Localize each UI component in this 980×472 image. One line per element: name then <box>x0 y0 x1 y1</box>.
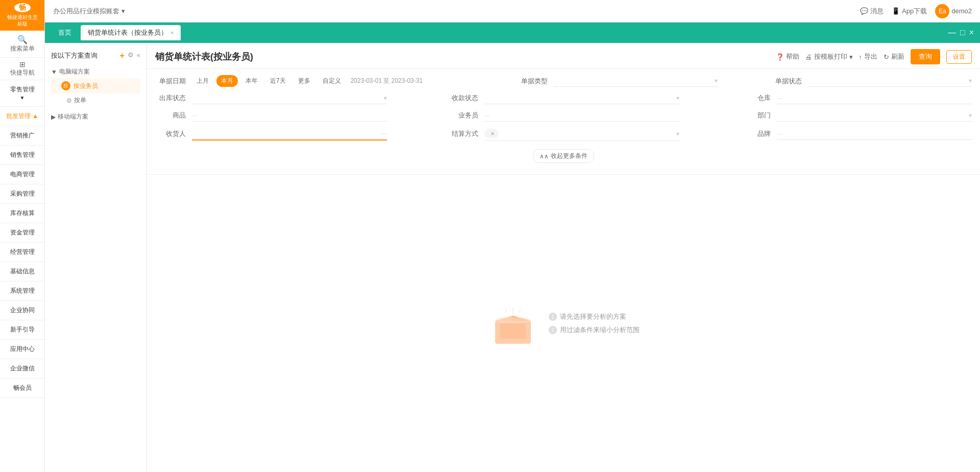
export-label: 导出 <box>864 52 877 61</box>
tab-close-icon[interactable]: × <box>170 30 174 36</box>
department-chevron: ▾ <box>969 112 972 119</box>
right-content: 销货单统计表(按业务员) ❓ 帮助 🖨 按模板打印 ▾ ↑ 导出 <box>147 43 980 472</box>
sidebar-item-system[interactable]: 系统管理 <box>0 281 44 301</box>
department-label: 部门 <box>740 111 771 120</box>
desktop-scheme-header[interactable]: ▼ 电脑端方案 <box>51 65 140 78</box>
empty-text-container: 1 请先选择要分析的方案 2 用过滤条件来缩小分析范围 <box>549 312 640 335</box>
refresh-label: 刷新 <box>891 52 904 61</box>
app-download-label: App下载 <box>902 7 927 16</box>
filter-row-3: 商品 ··· 业务员 ··· 部门 ▾ <box>155 109 972 122</box>
desktop-section: ▼ 电脑端方案 按 按业务员 ⚙ 按单 <box>45 63 146 109</box>
scheme-sub-item-order[interactable]: ⚙ 按单 <box>51 93 140 107</box>
help-button[interactable]: ❓ 帮助 <box>776 52 799 61</box>
maximize-icon[interactable]: □ <box>960 28 965 37</box>
sidebar-item-purchase[interactable]: 采购管理 <box>0 184 44 204</box>
sidebar-item-sales[interactable]: 销售管理 <box>0 146 44 165</box>
logo-icon: 畅 <box>14 3 31 12</box>
settings-button[interactable]: 设置 <box>946 50 972 64</box>
date-last7[interactable]: 近7天 <box>265 75 290 87</box>
consignee-input-field[interactable] <box>192 130 381 137</box>
department-select[interactable]: ▾ <box>777 110 972 122</box>
export-icon: ↑ <box>859 53 863 61</box>
hint-text-1: 请先选择要分析的方案 <box>560 312 626 321</box>
window-controls: — □ × <box>948 28 974 37</box>
svg-line-7 <box>519 309 521 313</box>
date-last-month[interactable]: 上月 <box>192 75 213 87</box>
refresh-icon: ↻ <box>884 53 889 61</box>
sidebar-item-basic[interactable]: 基础信息 <box>0 262 44 281</box>
print-icon: 🖨 <box>805 53 812 61</box>
settings-scheme-icon[interactable]: ⚙ <box>128 51 134 60</box>
sidebar-item-enterprise[interactable]: 企业协同 <box>0 301 44 320</box>
app-download-button[interactable]: 📱 App下载 <box>892 7 927 16</box>
mobile-section[interactable]: ▶ 移动端方案 <box>45 109 146 124</box>
message-icon: 💬 <box>860 7 868 15</box>
brand-select[interactable]: ··· <box>777 128 972 140</box>
filter-row-4: 收货人 ··· 结算方式 × ▾ 品牌 <box>155 127 972 141</box>
warehouse-select[interactable]: ··· <box>777 92 972 104</box>
top-header: 办公用品行业模拟账套 ▾ 💬 消息 📱 App下载 Ea demo2 <box>45 0 980 22</box>
sidebar-item-finance[interactable]: 资金管理 <box>0 223 44 243</box>
scheme-item-salesman[interactable]: 按 按业务员 <box>51 78 140 93</box>
collapse-row: ∧∧ 收起更多条件 <box>155 146 972 168</box>
add-scheme-icon[interactable]: + <box>119 51 124 60</box>
consignee-input[interactable]: ··· <box>192 127 387 140</box>
payment-status-select[interactable]: ▾ <box>484 92 679 104</box>
consignee-label: 收货人 <box>155 129 186 138</box>
sidebar-item-ecommerce[interactable]: 电商管理 <box>0 165 44 184</box>
sidebar-search[interactable]: 🔍 搜索菜单 <box>0 31 44 58</box>
date-this-year[interactable]: 本年 <box>241 75 262 87</box>
collapse-button[interactable]: ∧∧ 收起更多条件 <box>533 149 594 163</box>
user-profile[interactable]: Ea demo2 <box>935 4 972 18</box>
date-custom[interactable]: 自定义 <box>318 75 346 87</box>
product-select[interactable]: ··· <box>192 109 387 122</box>
download-icon: 📱 <box>892 7 900 15</box>
type-select[interactable]: ▾ <box>554 75 718 87</box>
date-this-month[interactable]: 本月 <box>216 75 238 87</box>
salesman-select[interactable]: ··· <box>484 109 679 122</box>
collapse-panel-icon[interactable]: « <box>137 51 140 60</box>
minimize-icon[interactable]: — <box>948 28 956 37</box>
query-button[interactable]: 查询 <box>911 49 940 64</box>
payment-status-chevron: ▾ <box>676 95 679 102</box>
sidebar-item-retail[interactable]: 零售管理 ▼ <box>0 80 44 107</box>
out-status-chevron: ▾ <box>384 95 387 102</box>
brand-label: 品牌 <box>740 129 771 138</box>
salesman-dots: ··· <box>484 111 490 119</box>
export-button[interactable]: ↑ 导出 <box>859 52 878 61</box>
out-status-select[interactable]: ▾ <box>192 92 387 104</box>
close-window-icon[interactable]: × <box>969 28 974 37</box>
breadcrumb-text: 办公用品行业模拟账套 <box>53 7 119 16</box>
tab-home[interactable]: 首页 <box>51 25 79 40</box>
left-panel-title: 按以下方案查询 + ⚙ « <box>45 48 146 63</box>
settlement-select[interactable]: × ▾ <box>484 127 679 141</box>
print-button[interactable]: 🖨 按模板打印 ▾ <box>805 52 853 61</box>
sidebar-item-inventory[interactable]: 库存核算 <box>0 204 44 223</box>
product-label: 商品 <box>155 111 186 120</box>
message-label: 消息 <box>870 7 884 16</box>
content-area: 按以下方案查询 + ⚙ « ▼ 电脑端方案 按 按业务员 ⚙ 按单 <box>45 43 980 472</box>
refresh-button[interactable]: ↻ 刷新 <box>884 52 904 61</box>
desktop-section-label: 电脑端方案 <box>59 67 90 76</box>
filter-area: 单据日期 上月 本月 本年 近7天 更多 自定义 2023-03-01 至 20… <box>147 69 980 175</box>
message-button[interactable]: 💬 消息 <box>860 7 884 16</box>
date-filter: 上月 本月 本年 近7天 更多 自定义 2023-03-01 至 2023-03… <box>192 75 423 87</box>
sidebar-item-appcenter[interactable]: 应用中心 <box>0 340 44 359</box>
sidebar-quicknav[interactable]: ⊞ 快捷导航 <box>0 58 44 80</box>
sidebar-item-marketing[interactable]: 营销推广 <box>0 126 44 146</box>
sidebar-item-wechat[interactable]: 企业微信 <box>0 359 44 379</box>
settlement-tag-close[interactable]: × <box>491 130 495 137</box>
sidebar-item-newbie[interactable]: 新手引导 <box>0 320 44 340</box>
desktop-arrow: ▼ <box>51 68 57 76</box>
sidebar-item-member[interactable]: 畅会员 <box>0 379 44 398</box>
consignee-dots-icon[interactable]: ··· <box>381 129 387 137</box>
date-range-text: 2023-03-01 至 2023-03-31 <box>351 77 423 85</box>
breadcrumb-dropdown-icon[interactable]: ▾ <box>121 7 125 15</box>
date-more[interactable]: 更多 <box>293 75 315 87</box>
tab-sales-stats[interactable]: 销货单统计表（按业务员） × <box>81 25 181 40</box>
status-select[interactable]: ▾ <box>808 75 972 87</box>
sidebar-item-wholesale[interactable]: 批发管理 ▲ <box>0 107 44 126</box>
print-dropdown-icon: ▾ <box>849 53 853 61</box>
left-panel-title-text: 按以下方案查询 <box>51 51 97 60</box>
sidebar-item-operations[interactable]: 经营管理 <box>0 243 44 262</box>
